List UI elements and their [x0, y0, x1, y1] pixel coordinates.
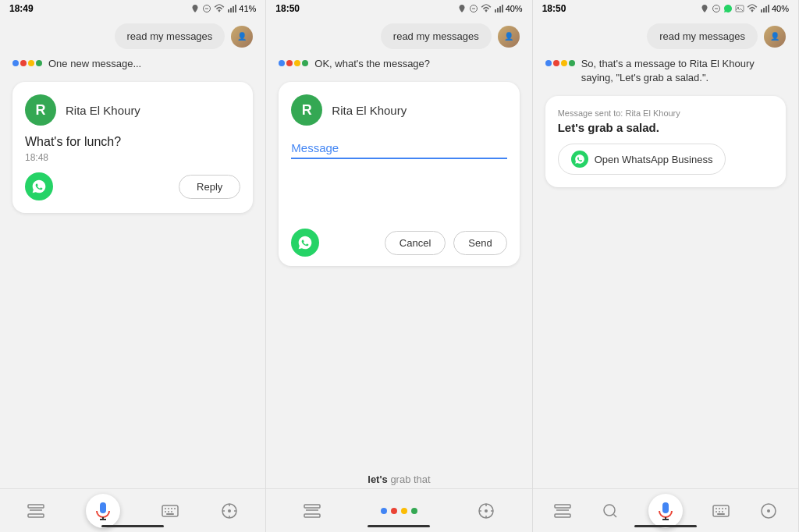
sent-info: Message sent to: Rita El Khoury — [558, 108, 773, 118]
content-2: read my messages 👤 OK, what's the messag… — [266, 17, 531, 488]
user-bubble-row-1: read my messages 👤 — [12, 23, 253, 49]
compass-icon-1[interactable] — [220, 502, 239, 520]
compass-icon-3[interactable] — [759, 502, 778, 520]
assistant-row-1: One new message... — [12, 57, 253, 71]
message-card-2: R Rita El Khoury Message Cancel Send — [279, 82, 519, 266]
panel-1: 18:49 41% read my messages 👤 One new m — [0, 0, 266, 532]
svg-point-53 — [604, 505, 615, 516]
whatsapp-icon-2 — [291, 229, 319, 257]
wifi-icon — [214, 4, 225, 13]
transcript-rest: grab that — [388, 473, 431, 485]
dnd-icon-2 — [469, 4, 478, 13]
dnd-icon — [202, 4, 211, 13]
dot-blue-1 — [12, 60, 19, 66]
svg-rect-29 — [495, 9, 496, 12]
status-time-1: 18:49 — [9, 3, 34, 14]
assistant-row-2: OK, what's the message? — [279, 57, 519, 71]
send-button-2[interactable]: Send — [453, 231, 506, 255]
lens-icon-3[interactable] — [601, 502, 620, 520]
assistant-dots-bar-2 — [381, 508, 417, 514]
card-footer-actions: Cancel Send — [385, 231, 507, 255]
card-header-2: R Rita El Khoury — [291, 94, 506, 126]
svg-rect-47 — [763, 8, 765, 12]
bottom-bar-2 — [266, 488, 531, 532]
google-dots-3 — [545, 60, 575, 66]
keyboard-icon-1[interactable] — [161, 502, 179, 520]
wifi-icon-2 — [481, 4, 492, 13]
svg-point-68 — [767, 509, 770, 512]
dot-red-3 — [553, 60, 559, 66]
sent-message: Let's grab a salad. — [558, 121, 773, 134]
message-card-1: R Rita El Khoury What's for lunch? 18:48… — [12, 82, 253, 213]
user-bubble-3: read my messages — [647, 23, 758, 49]
location-icon-2 — [457, 4, 467, 13]
svg-rect-4 — [233, 6, 234, 12]
battery-2: 40% — [506, 4, 523, 13]
contact-name-1: Rita El Khoury — [66, 104, 140, 117]
mic-button-3[interactable] — [648, 494, 683, 528]
card-footer-2: Cancel Send — [291, 229, 506, 257]
bottom-bar-3 — [533, 488, 798, 532]
svg-point-37 — [485, 509, 488, 512]
whatsapp-icon-1 — [25, 172, 53, 200]
dot-yellow-2 — [294, 60, 300, 66]
user-avatar-1: 👤 — [231, 26, 253, 48]
cancel-button-2[interactable]: Cancel — [385, 231, 446, 255]
panel-2: 18:50 40% read my messages 👤 OK, what' — [266, 0, 532, 532]
tray-icon-1[interactable] — [27, 502, 45, 520]
mic-button-1[interactable] — [86, 494, 120, 528]
open-whatsapp-button[interactable]: Open WhatsApp Business — [558, 144, 726, 175]
location-icon — [190, 4, 200, 13]
svg-rect-46 — [761, 9, 762, 12]
tray-icon-3[interactable] — [553, 502, 572, 520]
location-icon-3 — [700, 4, 709, 13]
card-header-1: R Rita El Khoury — [25, 94, 240, 126]
status-bar-1: 18:49 41% — [0, 0, 265, 17]
google-dots-2 — [279, 60, 308, 66]
panel-3: 18:50 40% read my messages 👤 — [533, 0, 799, 532]
photo-icon-status — [735, 4, 744, 13]
signal-icon — [227, 4, 236, 13]
message-text-1: What's for lunch? — [25, 135, 240, 149]
message-time-1: 18:48 — [25, 152, 240, 163]
svg-point-22 — [228, 509, 231, 512]
svg-line-54 — [613, 514, 616, 517]
tray-icon-2[interactable] — [303, 502, 321, 520]
contact-avatar-1: R — [25, 94, 56, 126]
svg-rect-33 — [304, 505, 320, 508]
content-3: read my messages 👤 So, that's a message … — [533, 17, 798, 488]
assistant-text-1: One new message... — [48, 57, 141, 71]
status-icons-2: 40% — [457, 4, 523, 13]
status-bar-3: 18:50 40% — [533, 0, 798, 17]
signal-icon-2 — [494, 4, 503, 13]
dot-red-2 — [286, 60, 293, 66]
content-1: read my messages 👤 One new message... R … — [0, 17, 265, 488]
svg-rect-9 — [100, 502, 106, 513]
contact-avatar-2: R — [291, 94, 322, 126]
message-placeholder[interactable]: Message — [291, 141, 506, 159]
keyboard-icon-3[interactable] — [712, 502, 730, 520]
status-icons-3: 40% — [700, 4, 789, 13]
contact-name-2: Rita El Khoury — [332, 104, 407, 117]
user-bubble-row-3: read my messages 👤 — [545, 23, 786, 49]
svg-rect-7 — [28, 514, 44, 517]
transcript-2: let's grab that — [266, 470, 531, 488]
assistant-text-2: OK, what's the message? — [314, 57, 430, 71]
dot-green-1 — [36, 60, 42, 66]
user-avatar-2: 👤 — [498, 26, 520, 48]
svg-rect-32 — [502, 5, 503, 12]
svg-rect-6 — [28, 505, 44, 508]
status-time-2: 18:50 — [275, 3, 300, 14]
svg-rect-31 — [499, 6, 501, 12]
svg-rect-34 — [304, 514, 320, 517]
svg-rect-51 — [555, 514, 570, 517]
assistant-row-3: So, that's a message to Rita El Khoury s… — [545, 57, 786, 85]
reply-button-1[interactable]: Reply — [179, 175, 240, 199]
battery-1: 41% — [239, 4, 256, 13]
status-time-3: 18:50 — [542, 3, 566, 14]
svg-rect-48 — [765, 6, 767, 12]
compass-icon-2[interactable] — [477, 502, 495, 520]
assistant-text-3: So, that's a message to Rita El Khoury s… — [581, 57, 774, 85]
user-bubble-1: read my messages — [115, 23, 225, 49]
battery-3: 40% — [772, 4, 789, 13]
